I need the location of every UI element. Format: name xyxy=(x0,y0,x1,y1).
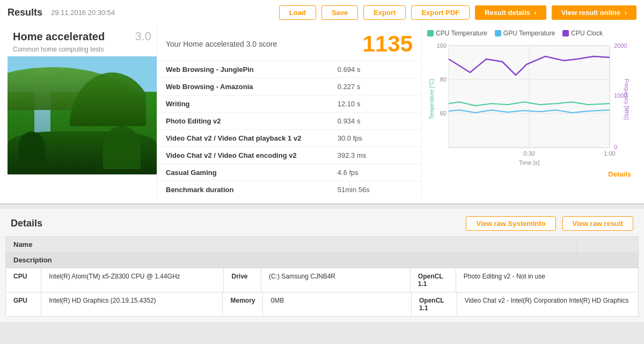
benchmark-image xyxy=(8,56,157,174)
memory-value: 0MB xyxy=(263,292,411,316)
export-pdf-button[interactable]: Export PDF xyxy=(411,5,470,20)
bench-value: 12.10 s xyxy=(329,96,421,113)
chart-area: 100 80 60 2000 1000 0 0:30 1:00 Temperat… xyxy=(427,40,631,169)
svg-text:80: 80 xyxy=(440,76,447,83)
view-online-button[interactable]: View result online › xyxy=(552,5,636,20)
table-row: Photo Editing v20.934 s xyxy=(157,113,421,130)
bench-name: Video Chat v2 / Video Chat playback 1 v2 xyxy=(157,130,329,147)
drive-value: (C:) Samsung CJNB4R xyxy=(261,268,411,292)
details-title: Details xyxy=(11,218,466,229)
bench-name: Photo Editing v2 xyxy=(157,113,329,130)
view-raw-result-button[interactable]: View raw result xyxy=(562,216,633,231)
bottom-section: Details View raw SystemInfo View raw res… xyxy=(0,209,644,322)
view-raw-sysinfo-button[interactable]: View raw SystemInfo xyxy=(466,216,555,231)
name-header: Name xyxy=(6,237,577,252)
score-label: Your Home accelerated 3.0 score xyxy=(166,40,363,48)
bench-name: Benchmark duration xyxy=(157,181,329,199)
chart-legend: CPU TemperatureGPU TemperatureCPU Clock xyxy=(427,30,631,37)
bench-name: Web Browsing - JunglePin xyxy=(157,61,329,78)
details-table: Name Description CPU Intel(R) Atom(TM) x… xyxy=(5,236,639,317)
table-row: Web Browsing - Amazonia0.227 s xyxy=(157,78,421,96)
table-row: Casual Gaming4.6 fps xyxy=(157,164,421,181)
opencl1-label: OpenCL 1.1 xyxy=(411,268,456,292)
bench-name: Writing xyxy=(157,96,329,113)
benchmark-version: 3.0 xyxy=(135,30,151,43)
opencl2-value: Video Chat v2 - Intel(R) Corporation Int… xyxy=(457,292,638,316)
score-value: 1135 xyxy=(363,33,413,55)
table-row: Video Chat v2 / Video Chat encoding v239… xyxy=(157,147,421,164)
chart-svg: 100 80 60 2000 1000 0 0:30 1:00 Temperat… xyxy=(427,40,631,169)
bench-value: 0.934 s xyxy=(329,113,421,130)
left-panel: Home accelerated 3.0 Common home computi… xyxy=(8,25,157,198)
details-desc-row: Description xyxy=(6,252,638,268)
header-row: Results 29.11.2016 20:30:54 Load Save Ex… xyxy=(8,5,636,20)
bench-name: Video Chat v2 / Video Chat encoding v2 xyxy=(157,147,329,164)
table-row: GPU Intel(R) HD Graphics (20.19.15.4352)… xyxy=(6,292,638,316)
svg-text:Time [s]: Time [s] xyxy=(519,159,540,166)
benchmark-table: Web Browsing - JunglePin0.694 sWeb Brows… xyxy=(157,61,421,198)
table-row: CPU Intel(R) Atom(TM) x5-Z8300 CPU @ 1.4… xyxy=(6,268,638,292)
svg-text:60: 60 xyxy=(440,110,447,116)
details-header: Details View raw SystemInfo View raw res… xyxy=(0,209,644,236)
svg-text:1:00: 1:00 xyxy=(604,150,615,157)
details-name-row: Name xyxy=(6,237,638,252)
legend-item: CPU Temperature xyxy=(427,30,487,37)
cpu-value: Intel(R) Atom(TM) x5-Z8300 CPU @ 1.44GHz xyxy=(41,268,224,292)
details-link[interactable]: Details xyxy=(608,170,631,178)
bench-value: 0.694 s xyxy=(329,61,421,78)
table-row: Benchmark duration51min 56s xyxy=(157,181,421,199)
benchmark-name: Home accelerated xyxy=(13,31,105,43)
chart-details: Details xyxy=(427,170,631,178)
cpu-label: CPU xyxy=(6,268,41,292)
description-header: Description xyxy=(6,252,577,268)
gpu-value: Intel(R) HD Graphics (20.19.15.4352) xyxy=(41,292,223,316)
results-title: Results xyxy=(8,7,42,18)
svg-text:0:30: 0:30 xyxy=(523,150,535,157)
arrow-icon: › xyxy=(534,9,536,17)
top-section: Results 29.11.2016 20:30:54 Load Save Ex… xyxy=(0,0,644,204)
svg-text:0: 0 xyxy=(614,144,617,150)
legend-item: GPU Temperature xyxy=(495,30,555,37)
drive-label: Drive xyxy=(224,268,261,292)
memory-label: Memory xyxy=(223,292,263,316)
opencl2-label: OpenCL 1.1 xyxy=(412,292,457,316)
table-row: Web Browsing - JunglePin0.694 s xyxy=(157,61,421,78)
empty-header xyxy=(577,237,638,252)
load-button[interactable]: Load xyxy=(279,5,316,20)
bench-value: 30.0 fps xyxy=(329,130,421,147)
center-panel: Your Home accelerated 3.0 score 1135 Web… xyxy=(157,25,422,198)
bench-name: Casual Gaming xyxy=(157,164,329,181)
bench-value: 0.227 s xyxy=(329,78,421,96)
chart-panel: CPU TemperatureGPU TemperatureCPU Clock xyxy=(422,25,636,198)
svg-text:Temperature [°C]: Temperature [°C] xyxy=(429,79,435,120)
benchmark-subtitle: Common home computing tests xyxy=(8,46,157,56)
svg-text:Frequency [MHz]: Frequency [MHz] xyxy=(624,79,630,120)
score-row: Your Home accelerated 3.0 score 1135 xyxy=(157,25,421,61)
legend-item: CPU Clock xyxy=(562,30,603,37)
svg-text:2000: 2000 xyxy=(614,42,627,49)
svg-text:100: 100 xyxy=(437,42,447,49)
table-row: Video Chat v2 / Video Chat playback 1 v2… xyxy=(157,130,421,147)
empty-header2 xyxy=(577,252,638,268)
benchmark-title-box: Home accelerated 3.0 xyxy=(8,25,157,46)
gpu-label: GPU xyxy=(6,292,41,316)
result-details-button[interactable]: Result details › xyxy=(475,5,546,20)
bench-value: 392.3 ms xyxy=(329,147,421,164)
main-content: Home accelerated 3.0 Common home computi… xyxy=(8,25,636,198)
arrow-icon: › xyxy=(625,9,627,17)
table-row: Writing12.10 s xyxy=(157,96,421,113)
bench-value: 4.6 fps xyxy=(329,164,421,181)
opencl1-value: Photo Editing v2 - Not in use xyxy=(456,268,638,292)
results-date: 29.11.2016 20:30:54 xyxy=(51,9,115,17)
export-button[interactable]: Export xyxy=(363,5,406,20)
save-button[interactable]: Save xyxy=(321,5,358,20)
bench-name: Web Browsing - Amazonia xyxy=(157,78,329,96)
bench-value: 51min 56s xyxy=(329,181,421,199)
